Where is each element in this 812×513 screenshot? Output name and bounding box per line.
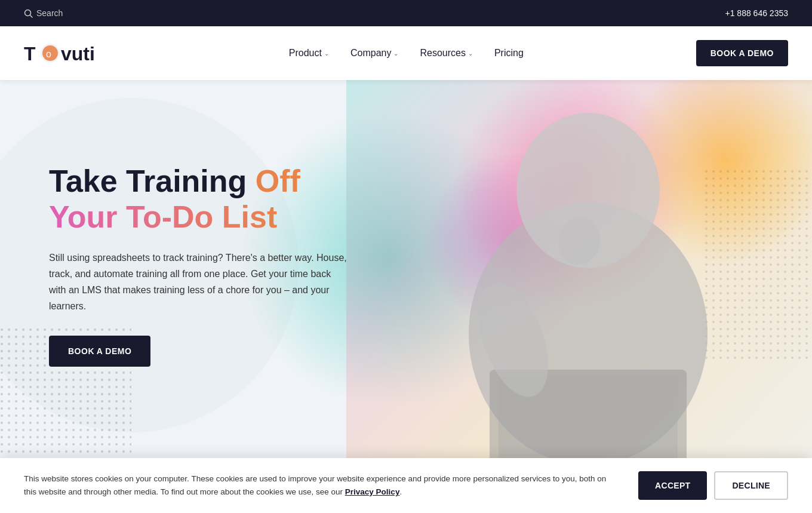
hero-person-image [394, 83, 782, 465]
nav-product[interactable]: Product ⌄ [289, 48, 329, 59]
svg-text:T: T [24, 43, 36, 64]
chevron-down-icon: ⌄ [324, 50, 329, 57]
nav-resources[interactable]: Resources ⌄ [420, 48, 472, 59]
svg-text:o: o [46, 49, 51, 59]
logo-svg: T o vuti [24, 40, 116, 66]
hero-content: Take Training Off Your To-Do List Still … [49, 164, 347, 367]
hero-section: Take Training Off Your To-Do List Still … [0, 80, 812, 465]
cookie-accept-button[interactable]: ACCEPT [638, 471, 707, 500]
nav-links: Product ⌄ Company ⌄ Resources ⌄ Pricing [289, 48, 524, 59]
search-trigger[interactable]: Search [24, 8, 63, 18]
nav-book-demo-button[interactable]: BOOK A DEMO [696, 40, 788, 66]
nav-pricing[interactable]: Pricing [494, 48, 524, 59]
cookie-text: This website stores cookies on your comp… [24, 472, 614, 498]
search-icon [24, 9, 33, 18]
chevron-down-icon: ⌄ [393, 50, 398, 57]
svg-line-1 [30, 15, 33, 17]
svg-text:vuti: vuti [61, 43, 95, 64]
cookie-banner: This website stores cookies on your comp… [0, 458, 812, 513]
hero-image-bg [346, 80, 812, 465]
phone-number: +1 888 646 2353 [725, 8, 789, 18]
search-label: Search [36, 8, 63, 18]
chevron-down-icon: ⌄ [468, 50, 473, 57]
hero-subtitle: Still using spreadsheets to track traini… [49, 250, 347, 315]
privacy-policy-link[interactable]: Privacy Policy [345, 487, 400, 496]
cookie-actions: ACCEPT DECLINE [638, 471, 788, 500]
hero-title: Take Training Off Your To-Do List [49, 164, 347, 235]
cookie-decline-button[interactable]: DECLINE [714, 471, 788, 500]
hero-book-demo-button[interactable]: BOOK A DEMO [49, 336, 150, 367]
top-bar: Search +1 888 646 2353 [0, 0, 812, 26]
logo[interactable]: T o vuti [24, 40, 116, 66]
hero-photo-area [346, 80, 812, 465]
nav-company[interactable]: Company ⌄ [350, 48, 398, 59]
main-nav: T o vuti Product ⌄ Company ⌄ Resources ⌄… [0, 26, 812, 80]
